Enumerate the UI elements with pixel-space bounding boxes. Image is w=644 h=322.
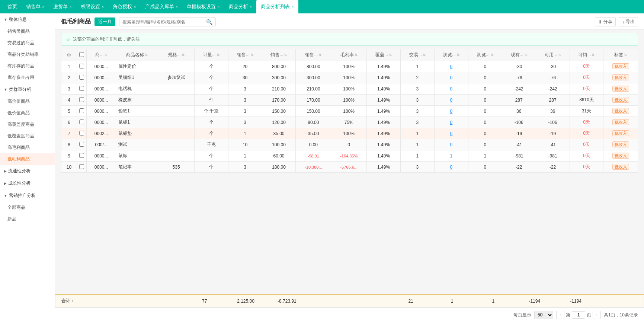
row-views1[interactable]: 0 xyxy=(434,72,468,83)
search-icon[interactable]: 🔍 xyxy=(206,19,212,25)
sidebar-group-cluster[interactable]: ▼ 类群重分析 xyxy=(0,83,55,96)
nav-item-analysis[interactable]: 商品分析 × xyxy=(224,0,256,13)
close-templates-icon[interactable]: × xyxy=(217,4,220,9)
unit-col-header[interactable]: 计量...⇅ xyxy=(194,49,228,61)
row-checkbox-cell[interactable] xyxy=(77,106,87,117)
row-checkbox[interactable] xyxy=(79,64,84,68)
sidebar-group-overview[interactable]: ▼ 整体信息 xyxy=(0,13,55,26)
close-permissions-icon[interactable]: × xyxy=(102,4,104,9)
date-filter-button[interactable]: 近一月 xyxy=(94,17,115,26)
close-sales-icon[interactable]: × xyxy=(42,4,44,9)
coverage-col-header[interactable]: 覆盖...⇅ xyxy=(367,49,401,61)
settings-col-header[interactable]: ⚙ xyxy=(61,49,77,61)
row-checkbox[interactable] xyxy=(79,119,84,124)
close-analysis-icon[interactable]: × xyxy=(250,4,252,9)
tag-badge: 低收入 xyxy=(612,141,629,147)
code-col-header[interactable]: 商...⇅ xyxy=(87,49,116,61)
page-number-input[interactable] xyxy=(572,311,585,319)
row-checkbox[interactable] xyxy=(79,97,84,102)
sidebar-item-traded-goods[interactable]: 交易过的商品 xyxy=(0,37,55,49)
nav-item-templates[interactable]: 单据模板设置 × xyxy=(182,0,224,13)
close-products-icon[interactable]: × xyxy=(176,4,178,9)
arrow-down-icon-2: ▼ xyxy=(4,87,7,92)
row-checkbox[interactable] xyxy=(79,131,84,136)
sidebar-item-low-margin[interactable]: 低毛利商品 xyxy=(0,153,55,165)
sidebar-item-low-coverage[interactable]: 低覆盖度商品 xyxy=(0,130,55,142)
select-all-checkbox[interactable] xyxy=(79,52,84,57)
transactions-col-header[interactable]: 交易...⇅ xyxy=(401,49,435,61)
row-views1[interactable]: 0 xyxy=(434,117,468,128)
row-views1[interactable]: 0 xyxy=(434,95,468,106)
sidebar-item-low-value[interactable]: 低价值商品 xyxy=(0,107,55,119)
row-checkbox-cell[interactable] xyxy=(77,128,87,139)
sidebar-item-high-margin[interactable]: 高毛利商品 xyxy=(0,142,55,153)
sidebar-group-growth[interactable]: ▶ 成长性分析 xyxy=(0,177,55,189)
nav-item-roles[interactable]: 角色授权 × xyxy=(108,0,140,13)
row-unit: 千克 xyxy=(194,139,228,150)
row-checkbox[interactable] xyxy=(79,153,84,158)
row-views1[interactable]: 0 xyxy=(434,139,468,150)
row-views1[interactable]: 0 xyxy=(434,162,468,173)
views1-col-header[interactable]: 浏览...⇅ xyxy=(434,49,468,61)
next-page-button[interactable]: › xyxy=(593,311,601,319)
close-analysis-list-icon[interactable]: × xyxy=(291,4,294,9)
row-checkbox[interactable] xyxy=(79,75,84,80)
row-checkbox-cell[interactable] xyxy=(77,61,87,72)
sidebar-item-stocked-goods[interactable]: 有库存的商品 xyxy=(0,60,55,72)
sidebar-item-category-rate[interactable]: 商品分类助销率 xyxy=(0,49,55,60)
sales-price-col-header[interactable]: 销售...⇅ xyxy=(262,49,296,61)
close-purchase-icon[interactable]: × xyxy=(69,4,71,9)
sidebar-item-capital[interactable]: 库存资金占用 xyxy=(0,72,55,83)
sidebar-item-high-value[interactable]: 高价值商品 xyxy=(0,96,55,107)
row-checkbox-cell[interactable] xyxy=(77,72,87,83)
gross-margin-col-header[interactable]: 毛利率⇅ xyxy=(331,49,367,61)
nav-item-sales[interactable]: 销售单 × xyxy=(22,0,49,13)
table-row: 9 0000... 鼠标 个 1 60.00 -98.91 -164.85% 1… xyxy=(61,150,638,162)
row-checkbox[interactable] xyxy=(79,142,84,147)
sidebar-item-all-goods[interactable]: 全部商品 xyxy=(0,202,55,213)
views2-col-header[interactable]: 浏览...⇅ xyxy=(468,49,502,61)
sales-amount-col-header[interactable]: 销售...⇅ xyxy=(296,49,331,61)
sidebar-item-high-coverage[interactable]: 高覆盖度商品 xyxy=(0,119,55,130)
share-button[interactable]: ⬆ 分享 xyxy=(595,17,616,26)
checkbox-col-header[interactable] xyxy=(77,49,87,61)
row-checkbox[interactable] xyxy=(79,86,84,91)
tag-col-header[interactable]: 标签⇅ xyxy=(603,49,638,61)
sidebar-item-new-goods[interactable]: 新品 xyxy=(0,213,55,225)
current-stock-col-header[interactable]: 现有...⇅ xyxy=(502,49,536,61)
export-button[interactable]: ↓ 导出 xyxy=(619,17,638,26)
row-checkbox[interactable] xyxy=(79,164,84,169)
nav-item-home[interactable]: 首页 xyxy=(3,0,22,13)
row-checkbox-cell[interactable] xyxy=(77,150,87,162)
row-checkbox-cell[interactable] xyxy=(77,117,87,128)
sellable-col-header[interactable]: 可销...⇅ xyxy=(570,49,603,61)
nav-item-purchase[interactable]: 进货单 × xyxy=(49,0,76,13)
row-views1[interactable]: 0 xyxy=(434,128,468,139)
spec-col-header[interactable]: 规格...⇅ xyxy=(158,49,194,61)
nav-item-analysis-list[interactable]: 商品分析列表 × xyxy=(256,0,298,13)
search-input[interactable] xyxy=(122,19,206,25)
close-roles-icon[interactable]: × xyxy=(134,4,136,9)
name-col-header[interactable]: 商品名称⇅ xyxy=(116,49,158,61)
row-checkbox-cell[interactable] xyxy=(77,139,87,150)
per-page-select[interactable]: 50 100 xyxy=(534,311,553,319)
row-views1[interactable]: 1 xyxy=(434,150,468,162)
sidebar-group-marketing[interactable]: ▼ 营销推广分析 xyxy=(0,189,55,202)
row-views1[interactable]: 0 xyxy=(434,83,468,95)
sidebar-group-flow[interactable]: ▶ 流通性分析 xyxy=(0,165,55,177)
row-checkbox-cell[interactable] xyxy=(77,83,87,95)
sales-qty-col-header[interactable]: 销售...⇅ xyxy=(228,49,262,61)
row-checkbox-cell[interactable] xyxy=(77,162,87,173)
nav-item-products[interactable]: 产成品入库单 × xyxy=(141,0,182,13)
row-checkbox[interactable] xyxy=(79,108,84,113)
sidebar-item-sales-goods[interactable]: 销售类商品 xyxy=(0,26,55,37)
prev-page-button[interactable]: ‹ xyxy=(556,311,564,319)
available-col-header[interactable]: 可用...⇅ xyxy=(536,49,570,61)
row-views2: 0 xyxy=(468,72,502,83)
row-sales-price: 300.00 xyxy=(262,72,296,83)
row-views1[interactable]: 0 xyxy=(434,61,468,72)
row-checkbox-cell[interactable] xyxy=(77,95,87,106)
row-views1[interactable]: 0 xyxy=(434,106,468,117)
nav-item-permissions[interactable]: 权限设置 × xyxy=(76,0,108,13)
row-sales-qty: 3 xyxy=(228,83,262,95)
